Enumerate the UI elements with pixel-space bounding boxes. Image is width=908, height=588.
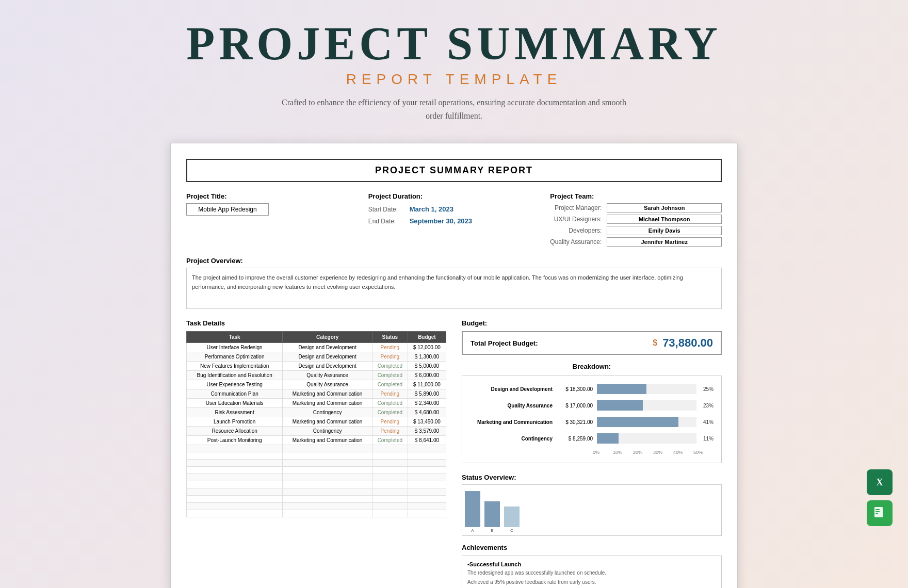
col-task: Task (187, 332, 283, 343)
project-team-block: Project Team: Project Manager: Sarah Joh… (550, 192, 722, 247)
designers-name: Michael Thompson (607, 215, 722, 224)
table-row-empty (187, 496, 446, 503)
table-row: User Experience Testing Quality Assuranc… (187, 380, 446, 389)
overview-text: The project aimed to improve the overall… (186, 268, 722, 309)
right-section: Budget: Total Project Budget: $ 73,880.0… (462, 319, 722, 588)
table-row: Resource Allocation Contingency Pending … (187, 427, 446, 436)
overview-label: Project Overview: (186, 257, 722, 265)
project-title-value: Mobile App Redesign (186, 203, 269, 216)
developers-name: Emily Davis (607, 226, 722, 235)
chart-bar-row: Contingency $ 8,259.00 11% (470, 433, 714, 444)
col-category: Category (283, 332, 372, 343)
chart-bar-row: Quality Assurance $ 17,000.00 23% (470, 400, 714, 411)
end-date-label: End Date: (368, 218, 404, 225)
achieve-item-1: •Successful Launch (467, 561, 716, 567)
status-chart: A B C (462, 484, 722, 536)
team-label: Project Team: (550, 192, 722, 200)
table-row-empty (187, 481, 446, 488)
svg-rect-2 (875, 511, 880, 512)
end-date-value: September 30, 2023 (410, 217, 472, 225)
task-section: Task Details Task Category Status Budget… (186, 319, 446, 588)
hero-desc: Crafted to enhance the efficiency of you… (273, 96, 635, 122)
table-row-empty (187, 474, 446, 481)
developers-role-label: Developers: (550, 227, 602, 234)
chart-bar-row: Design and Development $ 18,300.00 25% (470, 384, 714, 394)
achievements-title: Achievements (462, 544, 722, 551)
breakdown-title: Breakdown: (462, 363, 722, 370)
top-info: Project Title: Mobile App Redesign Proje… (186, 192, 722, 247)
project-title-label: Project Title: (186, 192, 227, 200)
table-row-empty (187, 460, 446, 467)
doc-title: PROJECT SUMMARY REPORT (186, 159, 722, 182)
col-budget: Budget (408, 332, 446, 343)
overview-section: Project Overview: The project aimed to i… (186, 257, 722, 309)
designers-role-label: UX/UI Designers: (550, 216, 602, 223)
breakdown-chart: Design and Development $ 18,300.00 25% Q… (462, 375, 722, 463)
budget-title: Budget: (462, 319, 722, 327)
table-row: Risk Assessment Contingency Completed $ … (187, 408, 446, 417)
chart-axis: 0% 10% 20% 30% 40% 50% (593, 450, 714, 455)
duration-label: Project Duration: (368, 192, 540, 200)
bottom-section: Task Details Task Category Status Budget… (186, 319, 722, 588)
project-duration-block: Project Duration: Start Date: March 1, 2… (368, 192, 540, 247)
table-row-empty (187, 445, 446, 452)
table-row: New Features Implementation Design and D… (187, 362, 446, 371)
project-title-block: Project Title: Mobile App Redesign (186, 192, 358, 247)
table-row: Communication Plan Marketing and Communi… (187, 389, 446, 399)
task-title: Task Details (186, 319, 446, 327)
excel-icon[interactable]: X (867, 469, 893, 495)
qa-role-label: Quality Assurance: (550, 238, 602, 246)
task-table: Task Category Status Budget User Interfa… (186, 331, 446, 517)
table-row: User Education Materials Marketing and C… (187, 399, 446, 408)
table-row-empty (187, 503, 446, 510)
chart-bar-row: Marketing and Communication $ 30,321.00 … (470, 417, 714, 427)
budget-dollar-sign: $ (653, 338, 657, 348)
budget-total-amount: 73,880.00 (662, 336, 713, 350)
table-row-empty (187, 467, 446, 474)
hero-subtitle: REPORT TEMPLATE (10, 71, 898, 88)
total-budget-box: Total Project Budget: $ 73,880.00 (462, 331, 722, 355)
achieve-desc-1a: The redesigned app was successfully laun… (467, 569, 716, 577)
table-row: Launch Promotion Marketing and Communica… (187, 417, 446, 427)
table-row-empty (187, 488, 446, 496)
app-icons: X (867, 469, 893, 526)
manager-role-label: Project Manager: (550, 204, 602, 211)
team-grid: Project Manager: Sarah Johnson UX/UI Des… (550, 203, 722, 247)
start-date-value: March 1, 2023 (410, 205, 453, 213)
achieve-desc-1b: Achieved a 95% positive feedback rate fr… (467, 579, 716, 586)
table-row-empty (187, 452, 446, 460)
manager-name: Sarah Johnson (607, 203, 722, 213)
table-row: Performance Optimization Design and Deve… (187, 352, 446, 362)
table-row: Post-Launch Monitoring Marketing and Com… (187, 436, 446, 445)
col-status: Status (372, 332, 408, 343)
achievements-box: •Successful Launch The redesigned app wa… (462, 556, 722, 588)
sheets-icon[interactable] (867, 500, 893, 526)
table-row-empty (187, 510, 446, 517)
document-wrapper: PROJECT SUMMARY REPORT Project Title: Mo… (170, 143, 738, 588)
hero-title: PROJECT SUMMARY (10, 21, 898, 67)
svg-rect-1 (875, 509, 880, 510)
table-row: User Interface Redesign Design and Devel… (187, 343, 446, 352)
start-date-label: Start Date: (368, 206, 404, 213)
achievements: Achievements •Successful Launch The rede… (462, 544, 722, 588)
budget-section: Budget: Total Project Budget: $ 73,880.0… (462, 319, 722, 463)
svg-rect-3 (875, 513, 878, 514)
table-row: Bug Identification and Resolution Qualit… (187, 371, 446, 380)
hero-section: PROJECT SUMMARY REPORT TEMPLATE Crafted … (0, 0, 908, 133)
status-overview: Status Overview: A B C (462, 473, 722, 536)
qa-name: Jennifer Martinez (607, 237, 722, 247)
total-budget-label: Total Project Budget: (471, 339, 653, 347)
status-overview-title: Status Overview: (462, 473, 722, 481)
